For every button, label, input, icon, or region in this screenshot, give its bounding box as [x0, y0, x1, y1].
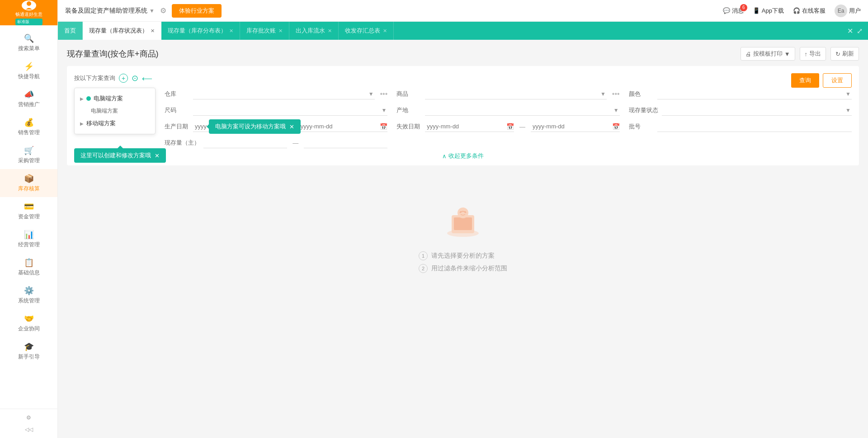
online-support-btn[interactable]: 🎧 在线客服 [793, 7, 826, 15]
empty-step-1: 1 请先选择要分析的方案 [419, 251, 507, 260]
empty-step-2: 2 用过滤条件来缩小分析范围 [419, 264, 507, 273]
produce-date-end-input[interactable] [299, 121, 380, 132]
page-header: 现存量查询(按仓库+商品) 🖨 按模板打印 ▼ ↑ 导出 ↻ 刷新 [67, 47, 859, 61]
expire-date-start-input[interactable] [425, 121, 506, 132]
filter-top-btns: 查询 设置 [791, 73, 852, 88]
cart-icon: 🛒 [24, 146, 34, 155]
tab-inout-flow[interactable]: 出入库流水 ✕ [289, 22, 339, 40]
goods-select[interactable] [425, 89, 607, 99]
tab-close-icon-5[interactable]: ✕ [383, 28, 387, 34]
calendar-icon-4[interactable]: 📅 [612, 123, 620, 130]
tab-close-icon-4[interactable]: ✕ [328, 28, 332, 34]
lightning-icon: ⚡ [24, 61, 34, 71]
calendar-icon-2[interactable]: 📅 [380, 123, 387, 130]
warehouse-dots-icon[interactable]: ••• [380, 90, 388, 98]
message-btn[interactable]: 💬 消息 6 [723, 7, 744, 15]
batch-input[interactable] [657, 121, 852, 132]
page-header-actions: 🖨 按模板打印 ▼ ↑ 导出 ↻ 刷新 [741, 47, 859, 61]
sidebar-settings-btn[interactable]: ⚙ [26, 414, 31, 421]
add-scheme-btn[interactable]: + [119, 74, 128, 83]
sidebar-item-operation[interactable]: 📊 经营管理 [0, 225, 57, 253]
scheme-mobile[interactable]: ▶ 移动端方案 [75, 117, 155, 130]
sidebar-item-system[interactable]: ⚙️ 系统管理 [0, 281, 57, 309]
goods-select-wrapper[interactable]: ▼ [425, 89, 607, 99]
money-icon: 💰 [24, 118, 34, 127]
collapse-btn[interactable]: ∧ 收起更多条件 [74, 148, 852, 162]
origin-label: 产地 [396, 106, 421, 114]
goods-dots-icon[interactable]: ••• [612, 90, 620, 98]
tab-close-icon-3[interactable]: ✕ [278, 28, 283, 34]
produce-date-end-wrapper[interactable]: 📅 [299, 121, 388, 132]
sidebar-collapse-btn[interactable]: ◁◁ [25, 426, 33, 433]
page-title: 现存量查询(按仓库+商品) [67, 48, 159, 59]
sidebar-item-search[interactable]: 🔍 搜索菜单 [0, 29, 57, 57]
stock-qty-max-input[interactable] [304, 137, 387, 148]
sidebar-item-basic[interactable]: 📋 基础信息 [0, 253, 57, 281]
tab-receive-summary[interactable]: 收发存汇总表 ✕ [339, 22, 394, 40]
filter-stock-status: 现存量状态 ▼ [629, 105, 852, 116]
warehouse-select-wrapper[interactable]: ▼ [193, 89, 375, 99]
tab-inventory-status[interactable]: 现存量（库存状况表） ✕ [83, 22, 161, 40]
refresh-btn[interactable]: ↻ 刷新 [830, 47, 859, 61]
color-label: 颜色 [629, 90, 654, 98]
color-select[interactable] [657, 89, 852, 99]
size-select-wrapper[interactable]: ▼ [193, 105, 387, 116]
expire-date-end-input[interactable] [531, 121, 612, 132]
system-title-select[interactable]: 装备及固定资产辅助管理系统 ▼ [65, 7, 155, 15]
filter-goods: 商品 ▼ ••• [396, 89, 619, 99]
sidebar-item-inventory[interactable]: 📦 库存核算 [0, 169, 57, 197]
tab-close-icon-2[interactable]: ✕ [229, 28, 233, 34]
svg-point-0 [27, 1, 31, 6]
create-tooltip-close[interactable]: ✕ [155, 152, 160, 159]
calendar-icon-3[interactable]: 📅 [506, 123, 514, 130]
tab-expand-icon[interactable]: ⤢ [857, 27, 863, 35]
svg-point-6 [464, 211, 466, 213]
edit-scheme-btn[interactable]: ⊙ [132, 73, 138, 83]
tab-batch-account[interactable]: 库存批次账 ✕ [240, 22, 289, 40]
scheme-arrow-btn[interactable]: ⟵ [142, 74, 152, 83]
origin-select[interactable] [425, 105, 619, 115]
sidebar-nav: 🔍 搜索菜单 ⚡ 快捷导航 📣 营销推广 💰 销售管理 🛒 采购管理 📦 库存核… [0, 25, 57, 409]
settings-gear-icon[interactable]: ⚙ [160, 6, 166, 15]
filter-warehouse: 仓库 ▼ ••• [165, 89, 387, 99]
expire-date-end-wrapper[interactable]: 📅 [531, 121, 620, 132]
warehouse-select[interactable] [193, 89, 375, 99]
origin-select-wrapper[interactable]: ▼ [425, 105, 619, 116]
sidebar-item-finance[interactable]: 💳 资金管理 [0, 197, 57, 225]
refresh-icon: ↻ [835, 51, 840, 57]
sidebar-item-collab[interactable]: 🤝 企业协同 [0, 309, 57, 337]
app-download-btn[interactable]: 📱 App下载 [753, 7, 784, 15]
print-btn[interactable]: 🖨 按模板打印 ▼ [741, 47, 795, 61]
guide-icon: 🎓 [24, 342, 34, 352]
user-menu[interactable]: Ea 用户 [835, 5, 861, 17]
stock-qty-min-input[interactable] [203, 137, 287, 148]
sidebar-item-marketing[interactable]: 📣 营销推广 [0, 85, 57, 113]
reset-btn[interactable]: 设置 [823, 73, 852, 88]
date-dash-2: — [519, 123, 525, 130]
tab-inventory-distribution[interactable]: 现存量（库存分布表） ✕ [161, 22, 240, 40]
sidebar-item-guide[interactable]: 🎓 新手引导 [0, 337, 57, 365]
size-select[interactable] [193, 105, 387, 115]
sidebar-item-sales[interactable]: 💰 销售管理 [0, 113, 57, 141]
tab-close-all-icon[interactable]: ✕ [847, 27, 853, 35]
color-select-wrapper[interactable]: ▼ [657, 89, 852, 99]
sidebar-item-nav[interactable]: ⚡ 快捷导航 [0, 57, 57, 85]
sidebar-item-purchase[interactable]: 🛒 采购管理 [0, 141, 57, 169]
clipboard-icon: 📋 [24, 258, 34, 268]
tabbar: 首页 现存量（库存状况表） ✕ 现存量（库存分布表） ✕ 库存批次账 ✕ 出入库… [58, 22, 868, 40]
pc-scheme-sub: 电脑端方案 [75, 105, 155, 117]
expire-date-start-wrapper[interactable]: 📅 [425, 121, 514, 132]
tab-home[interactable]: 首页 [58, 22, 83, 40]
message-badge: 6 [740, 4, 747, 11]
stock-status-select[interactable] [662, 105, 852, 115]
industry-plan-btn[interactable]: 体验行业方案 [172, 4, 222, 18]
filter-color: 颜色 ▼ [629, 89, 852, 99]
phone-icon: 📱 [753, 7, 760, 14]
triangle-icon-mobile: ▶ [80, 121, 84, 126]
query-btn[interactable]: 查询 [791, 73, 819, 88]
scheme-tooltip-close[interactable]: ✕ [289, 123, 294, 130]
scheme-pc[interactable]: ▶ 电脑端方案 [75, 92, 155, 105]
export-btn[interactable]: ↑ 导出 [800, 47, 826, 61]
tab-close-icon[interactable]: ✕ [151, 28, 155, 34]
stock-status-select-wrapper[interactable]: ▼ [662, 105, 852, 116]
